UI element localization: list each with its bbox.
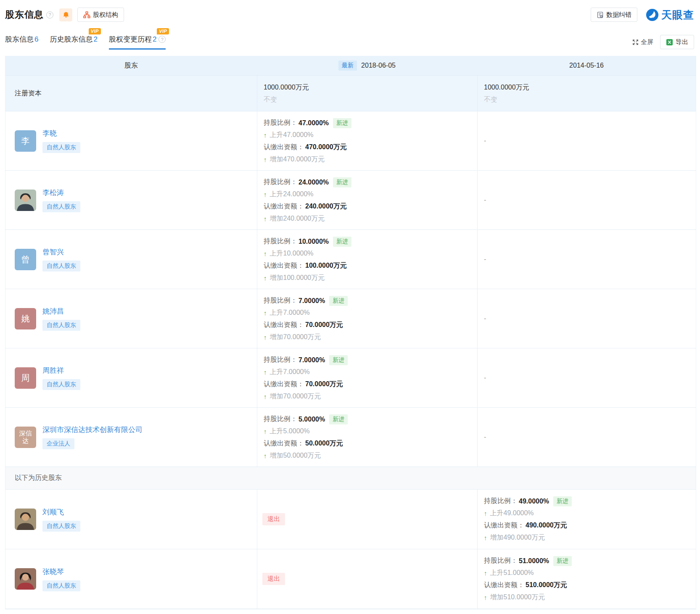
table-header-row: 股东 最新 2018-06-05 2014-05-16 xyxy=(5,56,696,76)
new-entry-badge: 新进 xyxy=(329,414,348,424)
up-arrow-icon: ↑ xyxy=(484,594,487,601)
latest-badge: 最新 xyxy=(338,61,357,71)
tianyancha-logo[interactable]: 天眼查 xyxy=(646,8,694,22)
registered-capital-2014: 1000.0000万元 不变 xyxy=(477,76,696,111)
up-arrow-icon: ↑ xyxy=(264,250,267,257)
new-entry-badge: 新进 xyxy=(333,118,351,128)
data-correction-button[interactable]: 数据纠错 xyxy=(591,8,637,22)
holding-detail-2018: 持股比例：7.0000%新进 ↑上升7.0000% 认缴出资额：70.0000万… xyxy=(257,348,477,407)
holding-detail-2014-empty: - xyxy=(477,111,696,170)
shareholder-name-link[interactable]: 深圳市深信达技术创新有限公司 xyxy=(42,425,143,435)
shareholder-row: 李 李晓 自然人股东 持股比例：47.0000%新进 ↑上升47.0000% 认… xyxy=(5,111,696,171)
tab-help-icon[interactable]: ? xyxy=(158,36,166,43)
tab-equity-change-history[interactable]: VIP 股权变更历程2 ? xyxy=(109,34,166,50)
up-arrow-icon: ↑ xyxy=(264,191,267,198)
shareholder-row: 周 周胜祥 自然人股东 持股比例：7.0000%新进 ↑上升7.0000% 认缴… xyxy=(5,348,696,408)
column-header-date-old: 2014-05-16 xyxy=(477,56,696,75)
holding-detail-2014-empty: - xyxy=(477,408,696,466)
history-shareholder-row: 张晓琴 自然人股东 退出 持股比例：51.0000%新进 ↑上升51.0000%… xyxy=(5,549,696,609)
up-arrow-icon: ↑ xyxy=(264,274,267,282)
fullscreen-button[interactable]: 全屏 xyxy=(632,38,653,46)
history-shareholder-row: 刘顺飞 自然人股东 退出 持股比例：49.0000%新进 ↑上升49.0000%… xyxy=(5,490,696,549)
shareholder-name-link[interactable]: 李松涛 xyxy=(42,188,64,198)
registered-capital-row: 注册资本 1000.0000万元 不变 1000.0000万元 不变 xyxy=(5,76,696,111)
registered-capital-2018: 1000.0000万元 不变 xyxy=(257,76,477,111)
avatar-photo xyxy=(15,509,36,530)
up-arrow-icon: ↑ xyxy=(484,510,487,517)
vip-badge: VIP xyxy=(89,28,101,34)
data-correction-icon xyxy=(597,11,604,18)
holding-detail-2018: 持股比例：24.0000%新进 ↑上升24.0000% 认缴出资额：240.00… xyxy=(257,171,477,229)
up-arrow-icon: ↑ xyxy=(264,309,267,316)
up-arrow-icon: ↑ xyxy=(264,156,267,163)
holding-detail-2018: 持股比例：10.0000%新进 ↑上升10.0000% 认缴出资额：100.00… xyxy=(257,230,477,289)
shareholder-row: 曾 曾智兴 自然人股东 持股比例：10.0000%新进 ↑上升10.0000% … xyxy=(5,230,696,289)
holding-detail-2018: 持股比例：47.0000%新进 ↑上升47.0000% 认缴出资额：470.00… xyxy=(257,111,477,170)
new-entry-badge: 新进 xyxy=(553,496,572,506)
shareholder-type-tag: 自然人股东 xyxy=(42,261,80,271)
top-bar: 股东信息 ? 股权结构 数据纠错 xyxy=(0,0,700,22)
column-header-date-new: 最新 2018-06-05 xyxy=(257,56,477,75)
up-arrow-icon: ↑ xyxy=(264,369,267,376)
shareholder-name-link[interactable]: 周胜祥 xyxy=(42,366,64,375)
holding-detail-2014-empty: - xyxy=(477,171,696,229)
new-entry-badge: 新进 xyxy=(553,556,572,566)
avatar: 李 xyxy=(15,130,36,152)
shareholder-type-tag: 自然人股东 xyxy=(42,142,80,153)
up-arrow-icon: ↑ xyxy=(264,334,267,341)
new-entry-badge: 新进 xyxy=(333,237,351,247)
up-arrow-icon: ↑ xyxy=(484,569,487,577)
vip-badge: VIP xyxy=(157,28,169,34)
holding-detail-2018: 持股比例：7.0000%新进 ↑上升7.0000% 认缴出资额：70.0000万… xyxy=(257,289,477,348)
avatar-photo xyxy=(15,190,36,211)
shareholder-type-tag: 自然人股东 xyxy=(42,379,80,390)
tabs-bar: 股东信息6 VIP 历史股东信息2 VIP 股权变更历程2 ? 全屏 xyxy=(5,34,694,50)
column-header-shareholder: 股东 xyxy=(5,56,257,75)
registered-capital-label: 注册资本 xyxy=(5,76,257,111)
tab-history-shareholder-info[interactable]: VIP 历史股东信息2 xyxy=(50,34,97,50)
avatar: 周 xyxy=(15,367,36,389)
shareholder-type-tag: 自然人股东 xyxy=(42,521,80,532)
holding-detail-2018-exit: 退出 xyxy=(257,549,477,609)
shareholder-type-tag: 自然人股东 xyxy=(42,580,80,591)
new-entry-badge: 新进 xyxy=(333,177,351,187)
avatar-photo xyxy=(15,568,36,590)
shareholder-row: 姚 姚沛昌 自然人股东 持股比例：7.0000%新进 ↑上升7.0000% 认缴… xyxy=(5,289,696,348)
shareholder-name-link[interactable]: 李晓 xyxy=(42,129,57,138)
page-title: 股东信息 xyxy=(5,8,44,21)
tab-shareholder-info[interactable]: 股东信息6 xyxy=(5,34,38,50)
avatar: 姚 xyxy=(15,308,36,329)
holding-detail-2014-empty: - xyxy=(477,348,696,407)
up-arrow-icon: ↑ xyxy=(264,428,267,435)
history-shareholders-divider: 以下为历史股东 xyxy=(5,467,696,490)
bell-icon xyxy=(62,11,70,18)
tianyancha-logo-icon xyxy=(646,8,659,21)
excel-icon xyxy=(666,39,673,46)
shareholder-name-link[interactable]: 姚沛昌 xyxy=(42,306,64,316)
exit-badge: 退出 xyxy=(262,573,285,585)
up-arrow-icon: ↑ xyxy=(484,534,487,541)
holding-detail-2014-empty: - xyxy=(477,230,696,289)
shareholder-row: 深信达 深圳市深信达技术创新有限公司 企业法人 持股比例：5.0000%新进 ↑… xyxy=(5,408,696,467)
holding-detail-2014: 持股比例：49.0000%新进 ↑上升49.0000% 认缴出资额：490.00… xyxy=(477,490,696,549)
notification-bell-button[interactable] xyxy=(59,8,72,21)
new-entry-badge: 新进 xyxy=(329,296,348,306)
exit-badge: 退出 xyxy=(262,513,285,525)
equity-change-table: 股东 最新 2018-06-05 2014-05-16 注册资本 1000.00… xyxy=(5,56,696,609)
new-entry-badge: 新进 xyxy=(329,355,348,365)
shareholder-type-tag: 自然人股东 xyxy=(42,320,80,331)
shareholder-name-link[interactable]: 张晓琴 xyxy=(42,567,64,577)
equity-structure-button[interactable]: 股权结构 xyxy=(77,8,124,22)
holding-detail-2014: 持股比例：51.0000%新进 ↑上升51.0000% 认缴出资额：510.00… xyxy=(477,549,696,609)
up-arrow-icon: ↑ xyxy=(264,452,267,459)
org-chart-icon xyxy=(83,11,90,18)
shareholder-type-tag: 自然人股东 xyxy=(42,201,80,212)
holding-detail-2018-exit: 退出 xyxy=(257,490,477,549)
export-button[interactable]: 导出 xyxy=(660,35,694,49)
avatar: 深信达 xyxy=(15,427,36,448)
shareholder-name-link[interactable]: 刘顺飞 xyxy=(42,507,64,517)
shareholder-name-link[interactable]: 曾智兴 xyxy=(42,247,64,257)
title-help-icon[interactable]: ? xyxy=(46,11,53,18)
up-arrow-icon: ↑ xyxy=(264,393,267,400)
up-arrow-icon: ↑ xyxy=(264,132,267,139)
